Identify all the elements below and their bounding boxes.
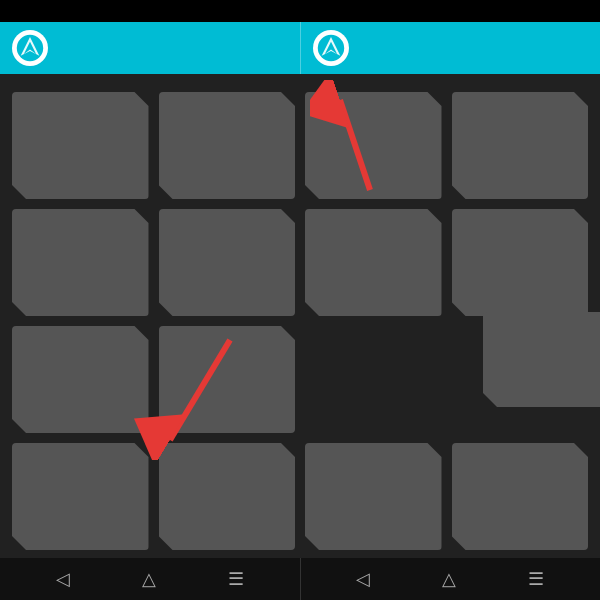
- menu-icon-left[interactable]: ☰: [228, 568, 244, 590]
- header-left: [0, 22, 300, 74]
- edl-button[interactable]: [483, 312, 600, 407]
- power-off-button[interactable]: [452, 92, 589, 199]
- menu-icon-right[interactable]: ☰: [528, 568, 544, 590]
- back-icon-left[interactable]: ◁: [56, 568, 70, 590]
- install-button[interactable]: [12, 92, 149, 199]
- twrp-logo: [12, 30, 48, 66]
- wipe-button[interactable]: [159, 92, 296, 199]
- restore-button[interactable]: [159, 209, 296, 316]
- advanced-button[interactable]: [12, 443, 149, 550]
- status-bar: [0, 0, 600, 22]
- bootloader-button[interactable]: [452, 209, 589, 316]
- header: [0, 22, 600, 74]
- slot-a-button[interactable]: [305, 443, 442, 550]
- nav-left: ◁ △ ☰: [0, 558, 301, 600]
- reboot-logo: [313, 30, 349, 66]
- mount-button[interactable]: [12, 326, 149, 433]
- back-icon-right[interactable]: ◁: [356, 568, 370, 590]
- home-icon-right[interactable]: △: [442, 568, 456, 590]
- reboot-button[interactable]: [159, 443, 296, 550]
- header-right: [300, 22, 601, 74]
- backup-button[interactable]: [12, 209, 149, 316]
- nav-bar: ◁ △ ☰ ◁ △ ☰: [0, 558, 600, 600]
- recovery-button[interactable]: [305, 209, 442, 316]
- settings-button[interactable]: [159, 326, 296, 433]
- slot-b-button[interactable]: [452, 443, 589, 550]
- system-button[interactable]: [305, 92, 442, 199]
- nav-right: ◁ △ ☰: [301, 558, 601, 600]
- home-icon-left[interactable]: △: [142, 568, 156, 590]
